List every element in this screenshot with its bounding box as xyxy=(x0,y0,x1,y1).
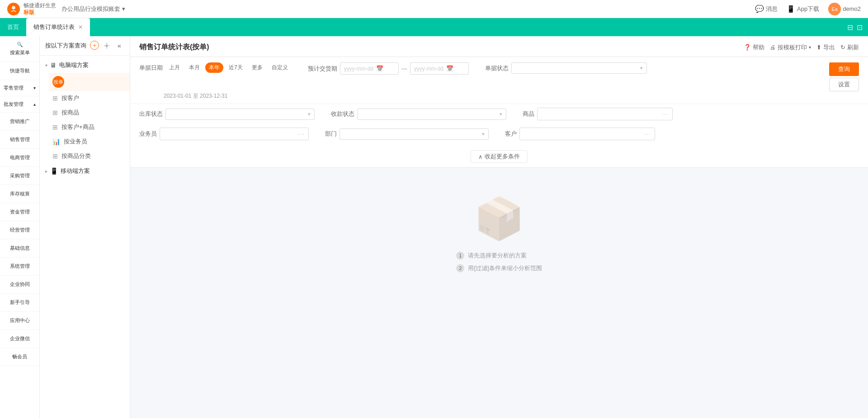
sidebar-item-inventory[interactable]: 库存核算 xyxy=(0,185,39,203)
settings-button[interactable]: 设置 xyxy=(829,78,859,91)
salesperson-select[interactable]: ··· xyxy=(160,128,309,140)
tab-maximize-icon[interactable]: ⊡ xyxy=(857,23,863,32)
scheme-tree: ▾ 🖥 电脑端方案 按单 ⊞ 按客户 ⊞ 按商品 xyxy=(40,56,130,180)
calendar-icon: 📅 xyxy=(376,65,383,72)
scheme-item-by-salesperson[interactable]: 📊 按业务员 xyxy=(49,134,130,149)
out-status-select[interactable]: ▾ xyxy=(165,109,315,120)
print-chevron-icon: ▾ xyxy=(809,45,811,50)
tab-sales-order-stats[interactable]: 销售订单统计表 ✕ xyxy=(26,18,90,36)
sidebar-item-retail[interactable]: 零售管理 ▾ xyxy=(0,80,39,96)
sidebar-item-finance[interactable]: 资金管理 xyxy=(0,203,39,221)
scheme-icon: ⊞ xyxy=(52,95,58,102)
date-tab-this-month[interactable]: 本月 xyxy=(185,62,203,73)
empty-state: 📦 1 请先选择要分析的方案 2 用[过滤]条件来缩小分析范围 xyxy=(130,168,868,299)
search-icon: 🔍 xyxy=(17,42,23,48)
sidebar-item-operations[interactable]: 经营管理 xyxy=(0,221,39,239)
scheme-item-by-order[interactable]: 按单 xyxy=(49,73,130,91)
filter-row-2: 出库状态 ▾ 收款状态 ▾ 商品 xyxy=(130,104,868,124)
chevron-down-icon: ▾ xyxy=(500,111,502,117)
edit-scheme-button[interactable] xyxy=(102,41,112,51)
sidebar-item-app-center[interactable]: 应用中心 xyxy=(0,312,39,330)
filter-row-1: 单据日期 上月 本月 本年 近7天 更多 自定义 预计交货期 yyyy-mm-d… xyxy=(130,57,868,91)
expected-delivery-end[interactable]: yyyy-mm-dd 📅 xyxy=(410,62,469,75)
empty-steps: 1 请先选择要分析的方案 2 用[过滤]条件来缩小分析范围 xyxy=(456,252,542,272)
sidebar-item-search[interactable]: 🔍 搜索菜单 xyxy=(0,36,39,62)
date-tabs: 上月 本月 本年 近7天 更多 自定义 xyxy=(165,62,292,73)
panel-actions: + « xyxy=(90,41,124,51)
department-filter: 部门 ▾ xyxy=(325,128,489,140)
more-dots-icon-3[interactable]: ··· xyxy=(644,130,651,138)
calendar-icon-2: 📅 xyxy=(446,65,453,72)
logo-area: 畅捷通好生意 标版 xyxy=(7,2,56,15)
svg-point-0 xyxy=(12,6,15,10)
page-header: 销售订单统计表(按单) ❓ 帮助 🖨 按模板打印 ▾ ⬆ 导出 xyxy=(130,36,868,57)
date-tab-more[interactable]: 更多 xyxy=(248,62,266,73)
sidebar-item-enterprise[interactable]: 企业协同 xyxy=(0,276,39,294)
tab-home[interactable]: 首页 xyxy=(0,18,26,36)
chevron-down-icon: ▾ xyxy=(33,86,36,90)
sidebar-item-ecommerce[interactable]: 电商管理 xyxy=(0,149,39,167)
download-icon: 📱 xyxy=(787,5,795,13)
active-indicator: 按单 xyxy=(52,76,64,88)
sidebar-item-purchase[interactable]: 采购管理 xyxy=(0,167,39,185)
scheme-item-by-goods-category[interactable]: ⊞ 按商品分类 xyxy=(49,149,130,163)
more-dots-icon[interactable]: ··· xyxy=(662,110,669,118)
sidebar-item-sales[interactable]: 销售管理 xyxy=(0,131,39,149)
scheme-icon: ⊞ xyxy=(52,124,58,131)
sidebar-item-members[interactable]: 畅会员 xyxy=(0,348,39,366)
more-dots-icon-2[interactable]: ··· xyxy=(298,130,305,138)
empty-step-1: 1 请先选择要分析的方案 xyxy=(456,252,542,260)
tree-mobile-section[interactable]: ▸ 📱 移动端方案 xyxy=(40,163,130,179)
customer-select[interactable]: ··· xyxy=(519,128,655,140)
tab-bar-actions: ⊟ ⊡ xyxy=(847,23,868,32)
goods-filter: 商品 ··· xyxy=(523,108,673,120)
help-button[interactable]: ❓ 帮助 xyxy=(744,43,764,52)
scheme-icon: ⊞ xyxy=(52,109,58,116)
customer-filter: 客户 ··· xyxy=(505,128,655,140)
breadcrumb-dropdown[interactable]: 办公用品行业模拟账套 ▾ xyxy=(61,5,125,13)
sidebar-item-marketing[interactable]: 营销推广 xyxy=(0,113,39,131)
tab-minimize-icon[interactable]: ⊟ xyxy=(847,23,853,32)
refresh-button[interactable]: ↻ 刷新 xyxy=(840,43,859,52)
header-right: 💬 消息 📱 App下载 Ea demo2 xyxy=(755,3,861,15)
left-panel: 按以下方案查询 + « ▾ 🖥 xyxy=(40,36,130,418)
collapse-panel-button[interactable]: « xyxy=(114,41,124,51)
scheme-item-by-customer-goods[interactable]: ⊞ 按客户+商品 xyxy=(49,120,130,134)
query-button[interactable]: 查询 xyxy=(829,62,859,76)
date-tab-custom[interactable]: 自定义 xyxy=(268,62,292,73)
status-select[interactable]: ▾ xyxy=(511,62,647,74)
date-separator: — xyxy=(401,65,407,72)
date-tab-last-month[interactable]: 上月 xyxy=(165,62,184,73)
sidebar-item-shortcuts[interactable]: 快捷导航 xyxy=(0,62,39,80)
sidebar-item-system[interactable]: 系统管理 xyxy=(0,257,39,276)
date-tab-last-7-days[interactable]: 近7天 xyxy=(225,62,246,73)
sidebar-item-basic-info[interactable]: 基础信息 xyxy=(0,239,39,257)
scheme-item-by-customer[interactable]: ⊞ 按客户 xyxy=(49,91,130,105)
collapse-button[interactable]: ∧ 收起更多条件 xyxy=(471,150,528,163)
tab-bar: 首页 销售订单统计表 ✕ ⊟ ⊡ xyxy=(0,18,868,36)
user-profile[interactable]: Ea demo2 xyxy=(828,3,861,15)
tab-close-icon[interactable]: ✕ xyxy=(78,24,83,30)
tree-pc-section[interactable]: ▾ 🖥 电脑端方案 xyxy=(40,57,130,73)
empty-illustration: 📦 xyxy=(474,195,524,242)
step-num-1: 1 xyxy=(456,252,464,260)
sidebar-item-new-guide[interactable]: 新手引导 xyxy=(0,294,39,312)
export-icon: ⬆ xyxy=(816,44,821,51)
sidebar-item-wholesale[interactable]: 批发管理 ▴ xyxy=(0,96,39,113)
goods-select[interactable]: ··· xyxy=(537,108,673,120)
scheme-icon: ⊞ xyxy=(52,152,58,160)
sidebar-item-wechat[interactable]: 企业微信 xyxy=(0,330,39,348)
add-scheme-button[interactable]: + xyxy=(90,41,99,50)
payment-status-select[interactable]: ▾ xyxy=(357,109,506,120)
print-button[interactable]: 🖨 按模板打印 ▾ xyxy=(770,43,811,52)
salesperson-filter: 业务员 ··· xyxy=(139,128,309,140)
app-download-button[interactable]: 📱 App下载 xyxy=(787,5,819,13)
expected-delivery-start[interactable]: yyyy-mm-dd 📅 xyxy=(340,62,399,75)
scheme-item-by-goods[interactable]: ⊞ 按商品 xyxy=(49,105,130,120)
date-tab-this-year[interactable]: 本年 xyxy=(205,62,223,73)
svg-point-1 xyxy=(106,45,108,47)
department-select[interactable]: ▾ xyxy=(340,128,489,140)
message-icon: 💬 xyxy=(755,5,764,13)
message-button[interactable]: 💬 消息 xyxy=(755,5,778,13)
export-button[interactable]: ⬆ 导出 xyxy=(816,43,835,52)
